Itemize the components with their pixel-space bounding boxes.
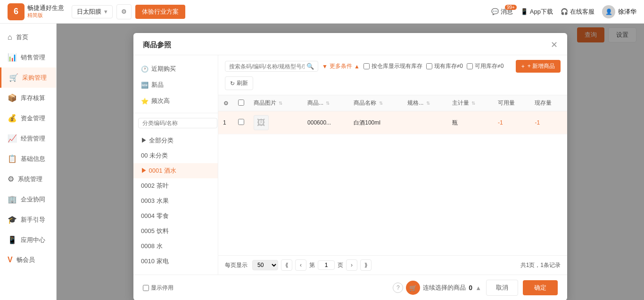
cat-item-snack[interactable]: 0004 零食: [133, 208, 218, 224]
refresh-button[interactable]: ↻ 刷新: [225, 76, 253, 90]
star-icon: ⭐: [141, 98, 149, 105]
per-page-select[interactable]: 50 10 20 100: [252, 260, 278, 270]
new-icon: 🆕: [141, 82, 149, 89]
cat-item-beverage[interactable]: 0005 饮料: [133, 224, 218, 239]
add-product-button[interactable]: + + 新增商品: [516, 60, 561, 73]
th-settings[interactable]: ⚙: [218, 95, 233, 111]
right-panel: 🔍 ▼ 更多条件 ▲ 按仓库显示现有库存: [218, 55, 567, 275]
sort-icon-image[interactable]: ⇅: [279, 100, 282, 106]
sidebar-item-appcenter[interactable]: 📱 应用中心: [0, 230, 56, 250]
left-panel-divider: [133, 113, 218, 113]
uncat-label: 00 未分类: [141, 152, 168, 159]
cat-item-liquor[interactable]: ▶ 0001 酒水: [133, 163, 218, 178]
frequent-nav[interactable]: ⭐ 频次高: [133, 93, 218, 109]
message-icon: 💬: [491, 8, 499, 15]
app-download-button[interactable]: 📱 App下载: [520, 8, 553, 16]
sidebar-item-management[interactable]: 📈 经营管理: [0, 128, 56, 149]
th-checkbox[interactable]: [233, 95, 249, 111]
show-disabled-checkbox[interactable]: 显示停用: [143, 284, 173, 292]
cat-item-water[interactable]: 0008 水: [133, 239, 218, 254]
sort-icon-spec[interactable]: ⇅: [426, 100, 430, 106]
cart-label: 连续选择的商品: [423, 283, 466, 292]
row-spec-cell: [403, 111, 447, 134]
water-label: 0008 水: [141, 242, 163, 250]
warehouse-stock-check[interactable]: [363, 63, 370, 69]
filter-icon: ▼: [322, 63, 328, 70]
select-all-checkbox[interactable]: [238, 100, 244, 106]
cat-item-fruit[interactable]: 0003 水果: [133, 193, 218, 208]
sidebar-item-guide[interactable]: 🎓 新手引导: [0, 209, 56, 230]
trial-button[interactable]: 体验行业方案: [135, 5, 185, 19]
sidebar-item-basicinfo[interactable]: 📋 基础信息: [0, 149, 56, 169]
tea-label: 0002 茶叶: [141, 182, 169, 189]
has-stock-checkbox[interactable]: 现有库存≠0: [426, 62, 463, 70]
page-text: 第: [309, 261, 315, 269]
dialog-overlay: 商品参照 ✕ 🕐 近期购买 🆕: [57, 24, 644, 300]
cart-area: ? 🛒 连续选择的商品 0 ▲: [393, 281, 481, 295]
th-stock: 现存量: [530, 95, 567, 111]
dialog-header: 商品参照 ✕: [133, 33, 567, 55]
online-service-button[interactable]: 🎧 在线客服: [561, 8, 594, 16]
cat-item-uncat[interactable]: 00 未分类: [133, 148, 218, 163]
gear-button[interactable]: ⚙: [116, 4, 132, 19]
cart-collapse-button[interactable]: ▲: [475, 284, 481, 292]
sidebar-item-finance[interactable]: 💰 资金管理: [0, 108, 56, 128]
sidebar-item-home[interactable]: ⌂ 首页: [0, 27, 56, 47]
table-row[interactable]: 1 🖼 000600...: [218, 111, 567, 134]
cart-icon[interactable]: 🛒: [406, 281, 420, 295]
available-stock-checkbox[interactable]: 可用库存≠0: [467, 62, 504, 70]
next-page-button[interactable]: ›: [346, 259, 357, 271]
show-disabled-check[interactable]: [143, 285, 149, 291]
th-spec: 规格... ⇅: [403, 95, 447, 111]
warehouse-stock-checkbox[interactable]: 按仓库显示现有库存: [363, 62, 422, 70]
filter-arrow-up: ▲: [354, 63, 360, 70]
message-badge: 99+: [505, 5, 517, 10]
recent-purchase-nav[interactable]: 🕐 近期购买: [133, 61, 218, 77]
cancel-button[interactable]: 取消: [486, 280, 518, 296]
per-page-label: 每页显示: [225, 261, 248, 269]
available-stock-check[interactable]: [467, 63, 473, 69]
dialog-close-button[interactable]: ✕: [551, 40, 558, 50]
dialog-title: 商品参照: [143, 41, 171, 50]
row-available-cell: -1: [493, 111, 530, 134]
dialog-footer: 显示停用 ? 🛒 连续选择的商品 0 ▲ 取消 确定: [133, 275, 567, 300]
sidebar-item-purchase[interactable]: 🛒 采购管理: [0, 67, 56, 88]
product-search-input[interactable]: [229, 63, 305, 70]
row-name-cell: 白酒100ml: [349, 111, 403, 134]
sort-icon-unit[interactable]: ⇅: [471, 100, 475, 106]
page-number-input[interactable]: [318, 260, 335, 270]
store-selector[interactable]: 日太阳膜 ▾: [72, 5, 113, 18]
confirm-button[interactable]: 确定: [523, 280, 558, 295]
user-menu[interactable]: 👤 徐泽华: [602, 5, 636, 18]
frequent-label: 频次高: [151, 97, 170, 105]
sidebar-label-member: 畅会员: [17, 256, 35, 264]
th-name: 商品名称 ⇅: [349, 95, 403, 111]
main-content: 查询 设置 商品参照 ✕ 🕐 近期购买: [57, 24, 644, 300]
cat-item-tea[interactable]: 0002 茶叶: [133, 178, 218, 193]
last-page-button[interactable]: ⟫: [360, 259, 372, 271]
sidebar-item-sales[interactable]: 📊 销售管理: [0, 47, 56, 67]
appliance-label: 0010 家电: [141, 258, 169, 265]
sort-icon-code[interactable]: ⇅: [326, 100, 330, 106]
row-checkbox[interactable]: [238, 119, 244, 125]
sidebar-label-basicinfo: 基础信息: [21, 155, 45, 163]
first-page-button[interactable]: ⟪: [281, 259, 292, 271]
cat-item-appliance[interactable]: 0010 家电: [133, 254, 218, 269]
store-name: 日太阳膜: [77, 8, 101, 16]
filter-more-button[interactable]: ▼ 更多条件 ▲: [322, 62, 360, 70]
cat-item-all[interactable]: ▶ 全部分类: [133, 133, 218, 148]
sidebar-item-system[interactable]: ⚙ 系统管理: [0, 169, 56, 189]
sidebar-label-system: 系统管理: [18, 175, 42, 183]
messages-button[interactable]: 💬 消息 99+: [491, 8, 513, 16]
sort-icon-name[interactable]: ⇅: [379, 100, 383, 106]
category-search-input[interactable]: [138, 118, 217, 128]
prev-page-button[interactable]: ‹: [295, 259, 306, 271]
sidebar-item-member[interactable]: V 畅会员: [0, 250, 56, 270]
row-checkbox-cell[interactable]: [233, 111, 249, 134]
new-product-nav[interactable]: 🆕 新品: [133, 77, 218, 93]
sidebar-label-enterprise: 企业协同: [21, 195, 45, 204]
sidebar-item-enterprise[interactable]: 🏢 企业协同: [0, 189, 56, 209]
sidebar-item-inventory[interactable]: 📦 库存核算: [0, 88, 56, 108]
has-stock-check[interactable]: [426, 63, 432, 69]
help-icon[interactable]: ?: [393, 283, 403, 293]
